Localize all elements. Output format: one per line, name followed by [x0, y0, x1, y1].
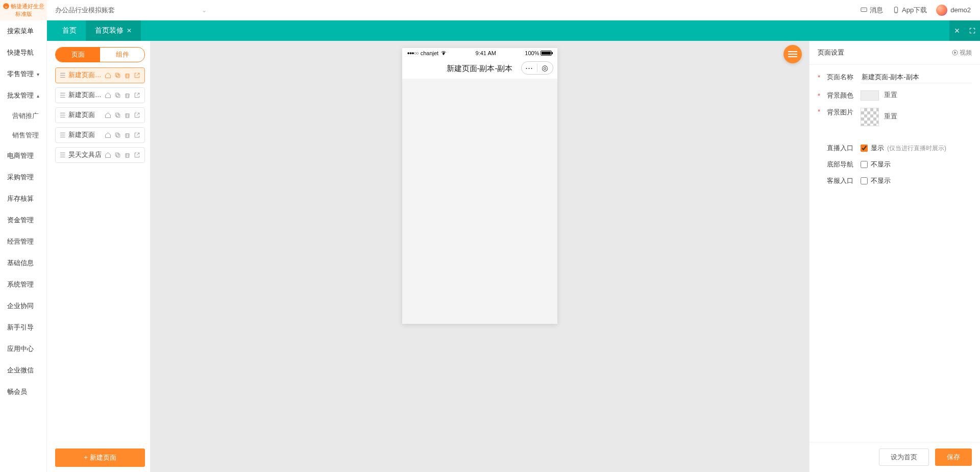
svg-point-0 [3, 3, 9, 9]
account-set-select[interactable]: 办公品行业模拟账套 ⌄ [55, 6, 207, 15]
nav-search-menu[interactable]: 搜索菜单 [0, 20, 46, 41]
logo[interactable]: 畅捷通好生意 标准版 [0, 0, 47, 20]
close-icon[interactable]: ✕ [127, 27, 132, 34]
username: demo2 [950, 6, 971, 14]
fullscreen-button[interactable] [965, 20, 980, 41]
topbar: 畅捷通好生意 标准版 办公品行业模拟账套 ⌄ 消息 App下载 demo2 [0, 0, 980, 20]
messages-link[interactable]: 消息 [860, 6, 883, 15]
phone-icon [892, 6, 900, 14]
avatar [936, 5, 947, 16]
tabstrip: 首页 首页装修 ✕ [0, 20, 980, 41]
app-download-link[interactable]: App下载 [892, 6, 927, 15]
chevron-down-icon: ⌄ [202, 7, 207, 14]
tab-decorate[interactable]: 首页装修 ✕ [86, 20, 141, 41]
primary-nav: 搜索菜单 快捷导航 零售管理▾ 批发管理▴ 营销推广 销售管理 电商管理 采购管… [0, 20, 47, 41]
brand-text: 畅捷通好生意 [11, 3, 44, 10]
tabstrip-close-button[interactable] [949, 20, 965, 41]
account-set-label: 办公品行业模拟账套 [55, 6, 115, 15]
svg-rect-1 [861, 8, 867, 12]
brand-icon [3, 3, 10, 10]
version-badge: 标准版 [15, 10, 32, 18]
message-icon [860, 6, 868, 14]
tab-home[interactable]: 首页 [53, 20, 86, 41]
top-actions: 消息 App下载 demo2 [860, 5, 980, 16]
user-menu[interactable]: demo2 [936, 5, 971, 16]
